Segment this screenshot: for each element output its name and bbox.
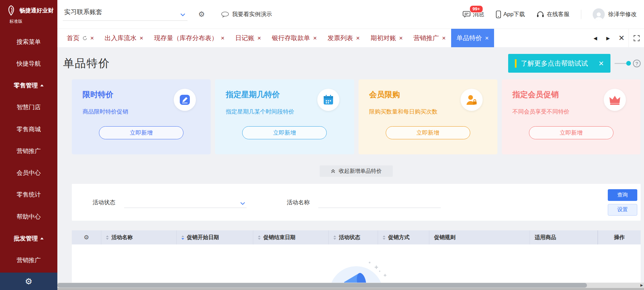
outer-scrollbar-track[interactable]	[57, 288, 644, 290]
column-promo-rule[interactable]: 促销规则	[429, 230, 530, 244]
activity-status-select[interactable]	[124, 197, 247, 208]
tab-home[interactable]: 首页 ×	[61, 29, 99, 47]
sidebar-item-retail-mall[interactable]: 零售商城	[0, 118, 57, 140]
tab-close-icon[interactable]: ×	[140, 34, 143, 42]
demo-link-label: 我要看实例演示	[232, 10, 272, 18]
horizontal-scrollbar[interactable]: ▶	[57, 283, 644, 288]
column-activity-status[interactable]: 活动状态	[329, 230, 378, 244]
collapse-new-promo-button[interactable]: 收起新增单品特价	[320, 165, 393, 177]
username: 徐泽华修改	[608, 10, 637, 18]
tabbar: 首页 × 出入库流水× 现存量（库存分布表）× 日记账× 银行存取款单× 发票列…	[57, 29, 644, 47]
sidebar-settings-button[interactable]: ⚙	[0, 273, 57, 290]
sidebar-item-wholesale-marketing[interactable]: 营销推广	[0, 249, 57, 271]
sidebar-item-smart-store[interactable]: 智慧门店	[0, 96, 57, 118]
tab-marketing[interactable]: 营销推广×	[408, 29, 451, 47]
tab-close-icon[interactable]: ×	[485, 34, 489, 42]
tab-opening-check[interactable]: 期初对账×	[365, 29, 408, 47]
add-member-limit-button[interactable]: 立即新增	[386, 126, 470, 139]
column-applicable-goods[interactable]: 适用商品	[530, 230, 598, 244]
scrollbar-right-arrow[interactable]: ▶	[640, 283, 643, 287]
online-service-button[interactable]: 在线客服	[536, 10, 570, 18]
phone-icon	[496, 10, 501, 18]
tab-label: 营销推广	[414, 34, 439, 43]
sort-icon[interactable]	[106, 235, 109, 240]
tab-bank-voucher[interactable]: 银行存取款单×	[266, 29, 322, 47]
tab-close-icon[interactable]: ×	[442, 34, 446, 42]
settings-button[interactable]: 设置	[608, 204, 637, 216]
avatar	[593, 8, 605, 20]
sidebar-item-label: 搜索菜单	[17, 38, 41, 46]
tab-single-item-special[interactable]: 单品特价×	[451, 29, 494, 47]
sidebar-item-retail-stats[interactable]: 零售统计	[0, 184, 57, 206]
column-label: 促销结束日期	[263, 234, 296, 241]
collapse-caret-icon	[40, 237, 44, 239]
tabs-close-all-button[interactable]: ✕	[614, 34, 629, 43]
sidebar-item-quick-nav[interactable]: 快捷导航	[0, 53, 57, 74]
tab-stock-distribution[interactable]: 现存量（库存分布表）×	[149, 29, 230, 47]
sidebar-item-search-menu[interactable]: 搜索菜单	[0, 31, 57, 53]
sidebar-item-help-center[interactable]: 帮助中心	[0, 206, 57, 227]
filter-panel: 活动状态 活动名称 查询 设置	[72, 184, 641, 221]
messages-button[interactable]: 消息 99+	[463, 10, 484, 18]
column-label: 操作	[614, 234, 625, 241]
fullscreen-button[interactable]	[629, 29, 644, 47]
tab-close-icon[interactable]: ×	[356, 34, 360, 42]
page-content: 单品特价 了解更多点击帮助试试 × ? 限时特价 商品限时特价促销 立即新增	[57, 47, 644, 290]
column-promo-end-date[interactable]: 促销结束日期	[253, 230, 329, 244]
brand-name: 畅捷通好业财	[19, 7, 54, 14]
sort-icon[interactable]	[383, 235, 385, 240]
help-toggle-slider[interactable]	[614, 63, 630, 64]
member-lock-icon	[461, 89, 483, 111]
tab-close-icon[interactable]: ×	[221, 34, 224, 42]
sort-icon[interactable]	[333, 235, 336, 240]
tab-journal[interactable]: 日记账×	[230, 29, 266, 47]
user-menu[interactable]: 徐泽华修改	[593, 8, 637, 20]
add-time-limited-button[interactable]: 立即新增	[99, 126, 183, 139]
message-icon	[463, 11, 471, 18]
sidebar-group-wholesale[interactable]: 批发管理	[0, 227, 57, 249]
tabs-scroll-left-button[interactable]: ◀	[589, 35, 602, 41]
query-button[interactable]: 查询	[608, 189, 637, 201]
demo-link[interactable]: 我要看实例演示	[221, 10, 272, 18]
account-set-select[interactable]: 实习联系账套	[63, 8, 187, 21]
tab-close-icon[interactable]: ×	[313, 34, 317, 42]
column-label: 活动名称	[111, 234, 133, 241]
column-actions[interactable]: 操作	[598, 230, 641, 244]
tab-refresh-icon[interactable]	[83, 36, 87, 41]
divider	[581, 10, 581, 19]
help-banner[interactable]: 了解更多点击帮助试试 ×	[508, 54, 610, 73]
add-member-promo-button[interactable]: 立即新增	[529, 126, 613, 139]
sidebar-item-member-center[interactable]: 会员中心	[0, 162, 57, 184]
tab-close-icon[interactable]: ×	[399, 34, 403, 42]
tab-inout-flow[interactable]: 出入库流水×	[99, 29, 149, 47]
sidebar-group-retail[interactable]: 零售管理	[0, 75, 57, 96]
collapse-caret-icon	[40, 84, 44, 86]
tab-close-icon[interactable]: ×	[90, 34, 94, 42]
help-question-icon[interactable]: ?	[633, 60, 641, 67]
calendar-icon	[317, 89, 339, 111]
column-label: 促销方式	[388, 234, 410, 241]
column-promo-method[interactable]: 促销方式	[378, 230, 429, 244]
sort-icon[interactable]	[181, 235, 184, 240]
column-activity-name[interactable]: 活动名称	[101, 230, 177, 244]
toggle-dot	[626, 61, 631, 66]
banner-accent-bar	[515, 59, 517, 68]
add-weekday-special-button[interactable]: 立即新增	[242, 126, 327, 139]
tab-close-icon[interactable]: ×	[257, 34, 261, 42]
tab-invoice-list[interactable]: 发票列表×	[322, 29, 365, 47]
scrollbar-thumb[interactable]	[57, 283, 587, 288]
app-download-button[interactable]: App下载	[496, 10, 525, 18]
activity-name-input[interactable]	[318, 197, 441, 208]
chevron-down-icon	[240, 202, 245, 205]
page-head: 单品特价 了解更多点击帮助试试 × ?	[72, 47, 641, 79]
sort-icon[interactable]	[258, 235, 261, 240]
column-promo-start-date[interactable]: 促销开始日期	[177, 230, 253, 244]
account-settings-gear-button[interactable]: ⚙	[198, 10, 205, 19]
filter-actions: 查询 设置	[608, 189, 637, 216]
page-title: 单品特价	[63, 56, 110, 71]
banner-close-icon[interactable]: ×	[599, 59, 604, 68]
sidebar-item-marketing[interactable]: 营销推广	[0, 140, 57, 162]
column-settings-gear-button[interactable]: ⚙	[72, 230, 101, 244]
tabs-scroll-right-button[interactable]: ▶	[602, 35, 614, 41]
sidebar-menu: 搜索菜单 快捷导航 零售管理 智慧门店 零售商城 营销推广 会员中心 零售统计 …	[0, 29, 57, 273]
